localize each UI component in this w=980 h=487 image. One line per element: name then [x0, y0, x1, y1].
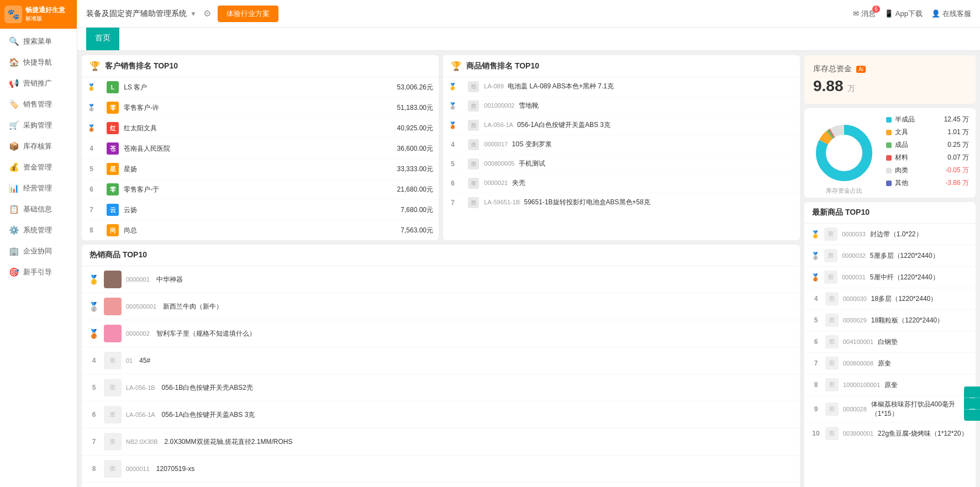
legend-dot: [886, 181, 892, 186]
sidebar-item-quick-nav[interactable]: 🏠 快捷导航: [0, 52, 77, 73]
rank-cell: 4: [443, 135, 462, 155]
product-name: 封边带（1.0*22）: [870, 230, 969, 239]
legend-value: -3.86 万: [945, 178, 969, 188]
float-btn-community[interactable]: 服务社区: [964, 398, 980, 410]
product-name: 59651-1B旋转投影灯电池盒ABS黑色+58克: [524, 198, 650, 206]
list-item: 6 图 LA-056-1A 056-1A白色按键开关盖ABS 3克: [82, 401, 800, 428]
product-ranking-panel: 🏆 商品销售排名 TOP10 🥇 图 LA-089 电池盖 LA-089 ABS…: [443, 55, 800, 240]
product-code: 0000033: [842, 231, 866, 237]
rank-num: 9: [811, 405, 821, 413]
rank-medal-icon: 🥈: [811, 252, 820, 260]
rank-num: 8: [811, 381, 821, 389]
tab-home[interactable]: 首页: [86, 28, 119, 50]
rank-cell: 8: [82, 220, 101, 241]
online-service-button[interactable]: 👤 在线客服: [931, 9, 971, 19]
rank-cell: 🥈: [82, 98, 101, 118]
sidebar-item-label: 快捷导航: [23, 57, 52, 67]
product-code: LA-089: [484, 83, 503, 89]
legend-dot: [886, 117, 892, 123]
list-item: 9 图 0000028 体椒荔枝味苏打饮品400毫升（1*15）: [804, 396, 976, 423]
legend-value: 0.25 万: [947, 140, 969, 150]
product-name: 18多层（1220*2440）: [871, 294, 969, 304]
sidebar-item-operation[interactable]: 📊 经营管理: [0, 178, 77, 199]
rank-cell: 🥉: [443, 116, 462, 135]
product-ranking-table: 🥇 图 LA-089 电池盖 LA-089 ABS本色+黑种 7.1克 🥈 图 …: [443, 77, 800, 212]
sidebar-item-finance[interactable]: 💰 资金管理: [0, 157, 77, 178]
float-btn-direct[interactable]: 直播: [964, 410, 980, 421]
rank-medal-icon: 🥉: [87, 124, 96, 132]
messages-button[interactable]: ✉ 消息 6: [853, 9, 876, 19]
app-download-button[interactable]: 📱 App下载: [884, 9, 923, 19]
customer-name-cell: 红 红太阳文具: [101, 118, 308, 139]
table-row: 4 苍 苍南县人民医院 36,600.00元: [82, 139, 439, 159]
content: 🏆 客户销售排名 TOP10 🥇 L LS 客户 53,006.26元 🥈 零 …: [77, 51, 980, 487]
rank-cell: 7: [82, 200, 101, 220]
settings-icon[interactable]: ⚙: [203, 8, 211, 19]
sidebar-item-search[interactable]: 🔍 搜索菜单: [0, 31, 77, 52]
donut-chart: 库存资金占比: [811, 120, 877, 186]
product-code: 001000002: [484, 102, 514, 109]
product-name: 雪地靴: [519, 102, 539, 109]
customer-name-cell: 星 星扬: [101, 159, 308, 179]
product-code: 000500001: [126, 303, 156, 310]
sidebar-item-system[interactable]: ⚙️ 系统管理: [0, 220, 77, 241]
legend-label: 材料: [895, 153, 944, 162]
product-code: 10000100001: [843, 382, 880, 388]
product-thumbnail: 图: [825, 427, 839, 440]
product-thumbnail: 图: [824, 227, 837, 241]
product-thumbnail: [104, 325, 122, 342]
rank-num: 7: [89, 206, 93, 214]
product-name: 2.0X30MM双搓花轴,搓花直径2.1MM/ROHS: [164, 437, 292, 447]
sidebar-item-sales[interactable]: 🏷️ 销售管理: [0, 94, 77, 115]
product-info-cell: 图 LA-59651-1B 59651-1B旋转投影灯电池盒ABS黑色+58克: [462, 193, 800, 213]
list-item: 4 图 0000030 18多层（1220*2440）: [804, 288, 976, 310]
product-code: 0000011: [126, 465, 150, 472]
product-thumbnail: 图: [104, 406, 122, 424]
sidebar-item-corp[interactable]: 🏢 企业协同: [0, 241, 77, 262]
sidebar-item-inventory[interactable]: 📦 库存核算: [0, 136, 77, 157]
inventory-panel: 库存总资金 Ai 9.88 万: [804, 55, 976, 104]
product-code: 0000028: [843, 406, 867, 412]
logo-name: 畅捷通好生意: [25, 6, 65, 15]
rank-num: 5: [89, 165, 93, 173]
sidebar-item-label: 系统管理: [23, 225, 52, 235]
product-thumbnail: 图: [825, 314, 839, 327]
product-name: 手机测试: [519, 160, 545, 167]
legend-value: 12.45 万: [944, 115, 969, 124]
rank-num: 10: [811, 430, 821, 437]
rank-medal-icon: 🥇: [811, 230, 820, 239]
inventory-badge: Ai: [856, 66, 866, 73]
list-item: 8 图 10000100001 原奎: [804, 374, 976, 396]
table-row: 🥈 零 零售客户-许 51,183.00元: [82, 98, 439, 118]
product-info-cell: 图 0000021 夹壳: [462, 174, 800, 193]
sidebar-item-purchase[interactable]: 🛒 采购管理: [0, 115, 77, 136]
legend-item: 成品 0.25 万: [886, 140, 969, 150]
product-code: 0000001: [126, 276, 150, 283]
sidebar-item-basic[interactable]: 📋 基础信息: [0, 199, 77, 220]
rank-medal-icon: 🥉: [811, 273, 820, 282]
customer-ranking-panel: 🏆 客户销售排名 TOP10 🥇 L LS 客户 53,006.26元 🥈 零 …: [82, 55, 439, 240]
trophy-icon: 🏆: [89, 61, 101, 71]
sidebar-item-marketing[interactable]: 📢 营销推广: [0, 73, 77, 94]
list-item: 7 图 000800008 原奎: [804, 353, 976, 374]
trial-button[interactable]: 体验行业方案: [218, 6, 278, 22]
product-code: 000800008: [843, 360, 873, 367]
product-name: 5厘多层（1220*2440）: [870, 251, 969, 261]
customer-name: LS 客户: [124, 83, 147, 91]
chart-label: 库存资金占比: [826, 187, 862, 195]
sidebar-logo: 🐾 畅捷通好生意 标准版: [0, 0, 77, 29]
product-code: 000800005: [484, 160, 514, 167]
legend-value: 1.01 万: [947, 128, 969, 137]
table-row: 6 图 0000021 夹壳: [443, 174, 800, 193]
list-item: 8 图 0000011 12070519-xs: [82, 456, 800, 483]
main-area: 装备及固定资产辅助管理系统 ▼ ⚙ 体验行业方案 ✉ 消息 6 📱 App下载 …: [77, 0, 980, 487]
rank-num: 6: [451, 179, 455, 187]
legend-item: 半成品 12.45 万: [886, 115, 969, 124]
float-btn-service[interactable]: 客服热线: [964, 387, 980, 398]
product-img: 图: [468, 178, 479, 189]
legend-item: 肉类 -0.05 万: [886, 166, 969, 175]
operation-icon: 📊: [9, 183, 19, 193]
product-code: 0000021: [484, 179, 508, 186]
sidebar-item-guide[interactable]: 🎯 新手引导: [0, 262, 77, 283]
list-item: 9 图 KK-SD22110H 花语萌恒温分腿睡袋（厚款）: [82, 483, 800, 487]
